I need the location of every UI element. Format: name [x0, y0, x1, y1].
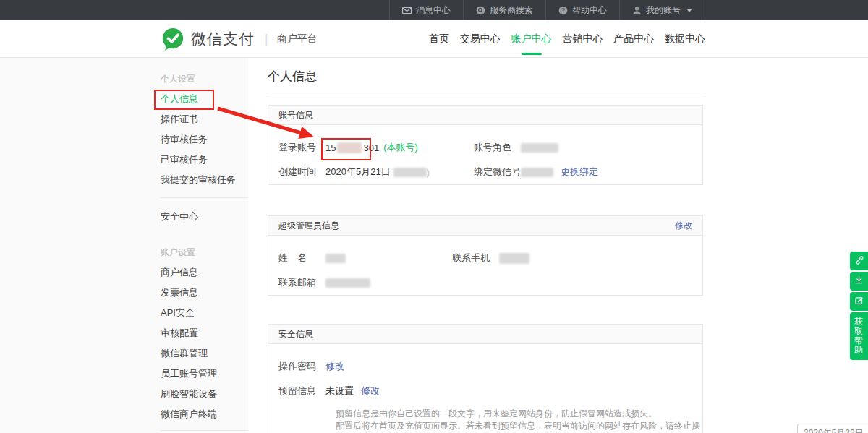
sidebar-item-review-config[interactable]: 审核配置: [161, 323, 248, 343]
topbar-item-label: 服务商搜索: [490, 4, 533, 17]
active-nav-underline: [522, 53, 542, 55]
created-time-label: 创建时间: [278, 166, 326, 179]
portal-name: 商户平台: [277, 33, 318, 46]
sidebar-item-wechat-group-management[interactable]: 微信群管理: [161, 343, 248, 364]
sidebar-item-reviewed-tasks[interactable]: 已审核任务: [161, 150, 248, 170]
sidebar-section-account-settings: 账户设置: [161, 243, 248, 262]
sidebar-item-my-submitted-tasks[interactable]: 我提交的审核任务: [161, 170, 248, 190]
sidebar-item-staff-account-management[interactable]: 员工账号管理: [161, 364, 248, 384]
redacted-account-role: [521, 143, 558, 153]
title-divider: [268, 95, 703, 95]
topbar-item-label: 我的账号: [646, 4, 681, 17]
login-account-label: 登录账号: [278, 141, 326, 154]
reserved-info-value: 未设置: [326, 385, 354, 398]
bound-wechat-label: 绑定微信号: [474, 166, 521, 179]
account-role-label: 账号角色: [474, 141, 521, 154]
reserved-info-label: 预留信息: [278, 385, 326, 398]
nav-home[interactable]: 首页: [429, 30, 449, 48]
sidebar-item-pending-review-tasks[interactable]: 待审核任务: [161, 129, 248, 150]
floating-help-menu: 获取帮助: [850, 252, 868, 360]
primary-nav: 首页 交易中心 账户中心 营销中心 产品中心 数据中心: [429, 20, 705, 58]
edit-reserved-info-link[interactable]: 修改: [361, 385, 380, 398]
sidebar-item-personal-info[interactable]: 个人信息: [161, 89, 248, 109]
question-icon: ?: [558, 6, 568, 15]
sidebar-divider: [161, 430, 248, 431]
search-icon: [476, 6, 485, 15]
panel-title: 账号信息: [278, 109, 313, 121]
redacted-created-detail: [393, 168, 427, 177]
panel-title: 安全信息: [278, 328, 313, 340]
security-info-panel: 安全信息 操作密码 修改 预留信息 未设置 修改 预留信息是由你自己设置的一段文…: [268, 324, 703, 433]
service-provider-search-menu[interactable]: 服务商搜索: [463, 0, 545, 20]
account-info-panel: 账号信息 登录账号 15 301 (本账号) 账号角色: [268, 105, 703, 185]
get-help-button[interactable]: 获取帮助: [850, 312, 868, 360]
contact-phone-label: 联系手机: [452, 252, 499, 265]
chevron-down-icon: [686, 9, 692, 12]
brand-separator: |: [265, 32, 268, 47]
change-binding-link[interactable]: 更换绑定: [561, 166, 598, 179]
top-utility-bar: 消息中心 服务商搜索 ? 帮助中心 我的账号: [0, 0, 868, 20]
sidebar-item-api-security[interactable]: API安全: [161, 303, 248, 323]
nav-account-center[interactable]: 账户中心: [511, 30, 552, 48]
quick-link-button[interactable]: [850, 252, 868, 270]
sidebar-item-invoice-info[interactable]: 发票信息: [161, 283, 248, 303]
main-header: 微信支付 | 商户平台 首页 交易中心 账户中心 营销中心 产品中心 数据中心: [0, 20, 868, 58]
topbar-item-label: 帮助中心: [572, 4, 607, 17]
current-account-tag: (本账号): [383, 141, 418, 154]
edit-icon: [854, 295, 864, 308]
feedback-button[interactable]: [850, 292, 868, 311]
page-title: 个人信息: [268, 68, 317, 85]
my-account-menu[interactable]: 我的账号: [619, 0, 705, 20]
sidebar-item-wechat-merchant-terminal[interactable]: 微信商户终端: [161, 404, 248, 424]
operation-password-label: 操作密码: [278, 360, 326, 373]
date-tooltip: 2020年5月22日: [797, 424, 868, 433]
message-center-menu[interactable]: 消息中心: [389, 0, 463, 20]
nav-marketing-center[interactable]: 营销中心: [562, 30, 603, 48]
user-icon: [632, 6, 642, 15]
wechat-pay-logo-icon: [161, 27, 185, 51]
download-button[interactable]: [850, 272, 868, 291]
super-admin-panel: 超级管理员信息 修改 姓 名 联系手机 联系邮箱: [268, 215, 703, 296]
sidebar-item-face-smart-device[interactable]: 刷脸智能设备: [161, 384, 248, 404]
redacted-admin-name: [326, 254, 346, 263]
link-icon: [854, 254, 864, 267]
sidebar-section-personal-settings: 个人设置: [161, 69, 248, 89]
edit-admin-link[interactable]: 修改: [675, 220, 692, 232]
brand-name: 微信支付: [191, 29, 255, 49]
admin-name-label: 姓 名: [278, 252, 326, 265]
sidebar: 个人设置 个人信息 操作证书 待审核任务 已审核任务 我提交的审核任务 安全中心…: [0, 58, 248, 433]
download-icon: [854, 275, 864, 288]
created-time-value: 2020年5月21日 ): [326, 166, 430, 179]
redacted-login-middle: [337, 142, 362, 153]
main-content: 个人信息 账号信息 登录账号 15 301 (本账号): [248, 58, 868, 433]
sidebar-item-merchant-info[interactable]: 商户信息: [161, 262, 248, 283]
nav-transaction-center[interactable]: 交易中心: [460, 30, 501, 48]
svg-text:?: ?: [561, 7, 565, 14]
edit-password-link[interactable]: 修改: [326, 360, 344, 373]
sidebar-divider: [161, 197, 248, 198]
redacted-wechat-id: [521, 168, 553, 177]
mail-icon: [402, 6, 412, 15]
panel-title: 超级管理员信息: [278, 220, 339, 232]
brand: 微信支付 | 商户平台: [161, 27, 318, 51]
redacted-contact-phone: [499, 253, 529, 264]
reserved-info-description: 预留信息是由你自己设置的一段文字，用来鉴定网站身份，防止假冒网站造成损失。 配置…: [336, 408, 702, 433]
redacted-contact-email: [326, 278, 370, 288]
nav-product-center[interactable]: 产品中心: [613, 30, 654, 48]
help-center-menu[interactable]: ? 帮助中心: [545, 0, 619, 20]
wechat-pay-merchant-portal: 消息中心 服务商搜索 ? 帮助中心 我的账号 微信支付: [0, 0, 868, 433]
login-account-value: 15 301 (本账号): [326, 141, 418, 154]
nav-data-center[interactable]: 数据中心: [665, 30, 705, 48]
sidebar-item-operation-certificate[interactable]: 操作证书: [161, 109, 248, 129]
contact-email-label: 联系邮箱: [278, 276, 326, 289]
sidebar-item-security-center[interactable]: 安全中心: [161, 207, 248, 227]
topbar-item-label: 消息中心: [416, 4, 451, 17]
